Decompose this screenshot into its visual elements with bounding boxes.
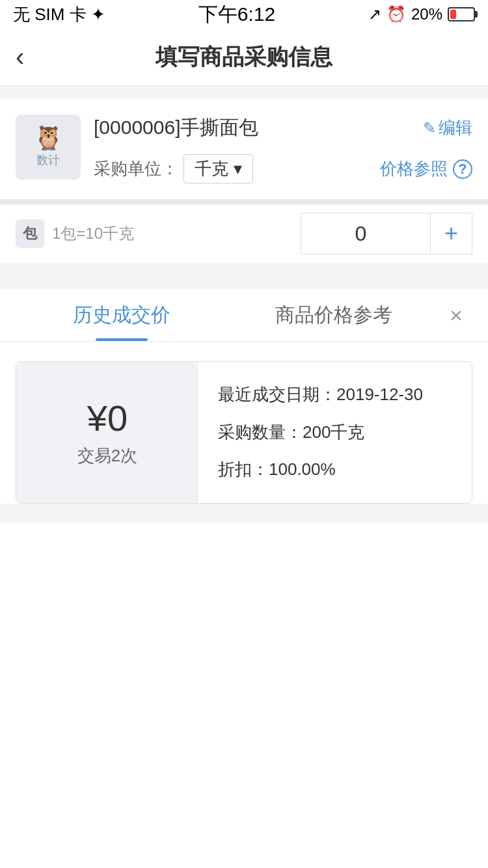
edit-icon: ✎ <box>423 119 436 137</box>
tab-price-reference[interactable]: 商品价格参考 <box>228 289 440 341</box>
product-logo-icon: 🦉 <box>34 126 63 150</box>
battery-icon <box>448 7 475 21</box>
signal-text: 无 SIM 卡 ✦ <box>13 3 105 26</box>
unit-conversion: 1包=10千克 <box>52 223 134 244</box>
quantity-unit-info: 包 1包=10千克 <box>16 219 134 248</box>
currency-symbol: ¥ <box>87 398 107 439</box>
unit-selector-group: 采购单位： 千克 ▾ <box>94 154 253 183</box>
recent-date: 最近成交日期：2019-12-30 <box>218 381 452 409</box>
battery-percent: 20% <box>411 5 442 23</box>
product-name: [0000006]手撕面包 <box>94 115 258 141</box>
tab-history-price[interactable]: 历史成交价 <box>16 289 228 341</box>
status-right: ↗ ⏰ 20% <box>368 5 475 23</box>
unit-label: 采购单位： <box>94 157 178 180</box>
unit-badge: 包 <box>16 219 44 248</box>
battery-fill <box>450 10 456 19</box>
tabs-header: 历史成交价 商品价格参考 × <box>0 289 488 342</box>
quantity-row: 包 1包=10千克 + <box>0 204 488 263</box>
edit-label: 编辑 <box>439 116 472 139</box>
product-info: [0000006]手撕面包 ✎ 编辑 采购单位： 千克 ▾ 价格参照 ? <box>94 115 472 183</box>
unit-value: 千克 <box>195 157 228 180</box>
product-logo-text: 数计 <box>36 152 60 168</box>
location-icon: ↗ <box>368 5 381 23</box>
tabs-container: 历史成交价 商品价格参考 × ¥0 交易2次 最近成交日期：2019-12-30… <box>0 289 488 504</box>
alarm-icon: ⏰ <box>386 5 406 23</box>
section-gap <box>0 263 488 276</box>
section-divider <box>0 199 488 204</box>
unit-select[interactable]: 千克 ▾ <box>183 154 253 183</box>
product-image: 🦉 数计 <box>16 115 81 180</box>
price-card: ¥0 交易2次 最近成交日期：2019-12-30 采购数量：200千克 折扣：… <box>16 361 472 504</box>
price-reference-button[interactable]: 价格参照 ? <box>380 157 472 180</box>
price-card-right: 最近成交日期：2019-12-30 采购数量：200千克 折扣：100.00% <box>198 362 472 503</box>
help-icon: ? <box>453 159 472 179</box>
discount: 折扣：100.00% <box>218 456 452 483</box>
status-bar: 无 SIM 卡 ✦ 下午6:12 ↗ ⏰ 20% <box>0 0 488 29</box>
main-content-area <box>0 523 488 868</box>
page-title: 填写商品采购信息 <box>156 42 332 72</box>
status-left: 无 SIM 卡 ✦ <box>13 3 105 26</box>
price-value: 0 <box>107 398 128 439</box>
quantity-input-group: + <box>301 213 472 254</box>
price-amount: ¥0 <box>87 397 128 439</box>
nav-bar: ‹ 填写商品采购信息 <box>0 29 488 86</box>
back-button[interactable]: ‹ <box>16 42 24 72</box>
price-ref-label: 价格参照 <box>380 157 448 180</box>
edit-button[interactable]: ✎ 编辑 <box>423 116 472 139</box>
product-unit-row: 采购单位： 千克 ▾ 价格参照 ? <box>94 154 472 183</box>
tab-close-button[interactable]: × <box>440 289 472 341</box>
product-header: [0000006]手撕面包 ✎ 编辑 <box>94 115 472 141</box>
product-section: 🦉 数计 [0000006]手撕面包 ✎ 编辑 采购单位： 千克 ▾ 价格参照 … <box>0 99 488 199</box>
price-card-left: ¥0 交易2次 <box>16 362 198 503</box>
purchase-quantity: 采购数量：200千克 <box>218 419 452 446</box>
quantity-plus-button[interactable]: + <box>431 213 472 254</box>
status-time: 下午6:12 <box>198 1 275 28</box>
quantity-input[interactable] <box>301 213 431 254</box>
dropdown-arrow-icon: ▾ <box>234 159 242 179</box>
transaction-count: 交易2次 <box>77 444 137 467</box>
